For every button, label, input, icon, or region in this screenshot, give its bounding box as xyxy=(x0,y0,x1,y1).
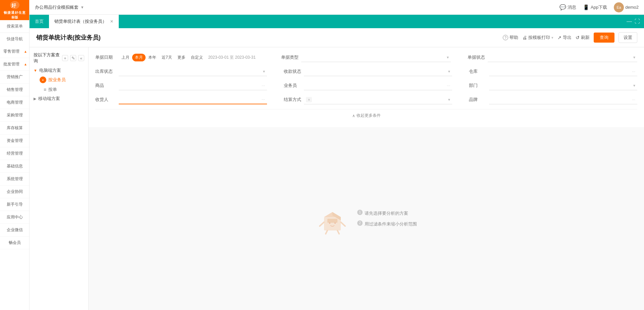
settlement-dropdown-icon[interactable]: ▾ xyxy=(448,97,450,102)
receiver-more-icon[interactable]: ··· xyxy=(262,97,265,102)
main-area: 办公用品行业模拟账套 ▾ 💬 消息 📱 App下载 Ea demo2 首页 xyxy=(30,0,644,310)
date-btn-this-month[interactable]: 本月 xyxy=(132,54,146,61)
search-menu-btn[interactable]: 搜索菜单 xyxy=(0,20,29,33)
sidebar-item-retail[interactable]: 零售管理 ▲ xyxy=(0,45,29,58)
settings-button[interactable]: 设置 xyxy=(619,32,637,43)
out-status-field[interactable]: ▾ xyxy=(119,67,267,76)
settlement-field[interactable]: × ▾ xyxy=(304,95,452,104)
scheme-edit-btn[interactable]: ✎ xyxy=(70,55,76,61)
sidebar-item-wechat[interactable]: 企业微信 xyxy=(0,224,29,237)
date-btn-custom[interactable]: 自定义 xyxy=(188,54,206,61)
sidebar-item-purchase-label: 采购管理 xyxy=(7,113,23,117)
query-button[interactable]: 查询 xyxy=(594,33,614,43)
scheme-sub-item-by-order[interactable]: ≡ 按单 xyxy=(30,85,88,94)
payment-status-field[interactable]: ▾ xyxy=(304,67,452,76)
collapse-more-btn[interactable]: ∧ 收起更多条件 xyxy=(95,111,637,120)
scheme-collapse-btn[interactable]: « xyxy=(78,55,84,61)
scheme-item-by-salesperson[interactable]: ● 按业务员 xyxy=(30,75,88,85)
tab-minimize-icon[interactable]: — xyxy=(627,18,632,24)
top-header: 办公用品行业模拟账套 ▾ 💬 消息 📱 App下载 Ea demo2 xyxy=(30,0,644,15)
empty-tip-1: 1 请先选择要分析的方案 xyxy=(357,209,417,218)
empty-tip-2-text: 用过滤条件来缩小分析范围 xyxy=(365,220,417,228)
sidebar-item-system-label: 系统管理 xyxy=(7,176,23,181)
svg-line-8 xyxy=(320,222,324,226)
tab-close-icon[interactable]: ✕ xyxy=(110,19,113,24)
warehouse-label: 仓库 xyxy=(469,68,489,74)
workspace-title: 办公用品行业模拟账套 xyxy=(35,4,78,10)
doc-status-dropdown-icon[interactable]: ▾ xyxy=(633,55,635,60)
tab-home-label: 首页 xyxy=(35,18,44,24)
sidebar-item-collab[interactable]: 企业协同 xyxy=(0,186,29,198)
collapse-row: ∧ 收起更多条件 xyxy=(95,109,637,122)
department-dropdown-icon[interactable]: ▾ xyxy=(633,83,635,88)
print-dropdown-icon[interactable]: ▾ xyxy=(551,36,553,40)
sidebar-item-ecommerce[interactable]: 电商管理 xyxy=(0,96,29,109)
workspace-dropdown-icon[interactable]: ▾ xyxy=(81,5,84,10)
refresh-btn[interactable]: ↺ 刷新 xyxy=(576,35,590,41)
doc-status-field[interactable]: ▾ xyxy=(488,53,637,62)
sidebar-item-system[interactable]: 系统管理 xyxy=(0,173,29,186)
department-label: 部门 xyxy=(469,83,489,89)
doc-type-dropdown-icon[interactable]: ▾ xyxy=(447,55,449,60)
app-logo-text: 畅捷通好生意 xyxy=(4,10,26,15)
payment-status-label: 收款状态 xyxy=(284,68,304,74)
tab-maximize-icon[interactable]: ⛶ xyxy=(635,18,640,24)
sidebar-item-business[interactable]: 经营管理 xyxy=(0,147,29,160)
right-content: 单据日期 上月 本月 本年 近7天 更多 自定义 2023-03-01 至 20… xyxy=(89,47,644,310)
scheme-folder-mobile[interactable]: ▶ 移动端方案 xyxy=(30,94,88,103)
scheme-folder-pc[interactable]: ▼ 电脑端方案 xyxy=(30,66,88,75)
salesperson-field[interactable]: ··· xyxy=(304,81,452,90)
doc-type-field[interactable]: ▾ xyxy=(301,53,451,62)
receiver-input[interactable] xyxy=(121,97,262,102)
filter-row-4: 收货人 ··· 结算方式 × ▾ 品牌 xyxy=(95,95,637,104)
help-icon: ? xyxy=(503,35,508,40)
quick-nav-label: 快捷导航 xyxy=(3,36,26,42)
export-btn[interactable]: ↗ 导出 xyxy=(557,35,572,41)
date-btn-last-month[interactable]: 上月 xyxy=(119,54,132,61)
department-field[interactable]: ▾ xyxy=(489,81,637,90)
app-download-action[interactable]: 📱 App下载 xyxy=(583,4,607,10)
sidebar-item-retail-label: 零售管理 xyxy=(3,49,19,54)
sidebar-item-basic[interactable]: 基础信息 xyxy=(0,160,29,173)
product-more-icon[interactable]: ··· xyxy=(262,83,265,88)
date-btn-more[interactable]: 更多 xyxy=(175,54,188,61)
out-status-dropdown-icon[interactable]: ▾ xyxy=(263,69,265,74)
sidebar-item-purchase[interactable]: 采购管理 xyxy=(0,109,29,122)
sidebar-item-sales[interactable]: 销售管理 xyxy=(0,84,29,96)
sidebar-item-inventory[interactable]: 库存核算 xyxy=(0,122,29,135)
brand-field[interactable]: ··· xyxy=(489,95,637,104)
quick-nav-btn[interactable]: 快捷导航 xyxy=(0,33,29,45)
tab-home[interactable]: 首页 xyxy=(30,15,49,28)
header-right: 💬 消息 📱 App下载 Ea demo2 xyxy=(559,2,639,12)
salesperson-more-icon[interactable]: ··· xyxy=(447,83,450,88)
date-range: 2023-03-01 至 2023-03-31 xyxy=(208,55,256,60)
help-btn[interactable]: ? 帮助 xyxy=(503,35,518,41)
sidebar-item-marketing[interactable]: 营销推广 xyxy=(0,71,29,84)
date-btn-this-year[interactable]: 本年 xyxy=(146,54,159,61)
brand-more-icon[interactable]: ··· xyxy=(632,97,635,102)
scheme-panel-header: 按以下方案查询 + ✎ « xyxy=(30,50,88,66)
sidebar-item-finance[interactable]: 资金管理 xyxy=(0,135,29,147)
collapse-icon: ∧ xyxy=(352,113,355,118)
print-btn[interactable]: 🖨 按模板打印 ▾ xyxy=(522,35,553,41)
message-action[interactable]: 💬 消息 xyxy=(559,4,576,10)
settlement-tag-close[interactable]: × xyxy=(308,98,310,102)
payment-status-dropdown-icon[interactable]: ▾ xyxy=(448,69,450,74)
user-action[interactable]: Ea demo2 xyxy=(614,2,639,12)
warehouse-more-icon[interactable]: ··· xyxy=(632,69,635,74)
tab-sales-stats[interactable]: 销货单统计表（按业务员） ✕ xyxy=(49,15,119,28)
date-btn-7days[interactable]: 近7天 xyxy=(159,54,175,61)
product-field[interactable]: ··· xyxy=(119,81,267,90)
sidebar-item-newbie[interactable]: 新手引导 xyxy=(0,198,29,211)
sidebar-item-appstore[interactable]: 应用中心 xyxy=(0,211,29,224)
receiver-field[interactable]: ··· xyxy=(119,95,267,104)
scheme-panel-title: 按以下方案查询 xyxy=(34,52,62,64)
tab-bar: 首页 销货单统计表（按业务员） ✕ — ⛶ xyxy=(30,15,644,28)
collapse-label: 收起更多条件 xyxy=(357,113,381,118)
sidebar-item-wholesale[interactable]: 批发管理 ▲ xyxy=(0,58,29,71)
sidebar-item-member[interactable]: 畅会员 xyxy=(0,237,29,249)
tip-num-2: 2 xyxy=(357,220,363,226)
scheme-add-btn[interactable]: + xyxy=(62,55,68,61)
warehouse-field[interactable]: ··· xyxy=(489,67,637,76)
page-header-actions: ? 帮助 🖨 按模板打印 ▾ ↗ 导出 ↺ 刷新 查询 设置 xyxy=(503,32,637,47)
